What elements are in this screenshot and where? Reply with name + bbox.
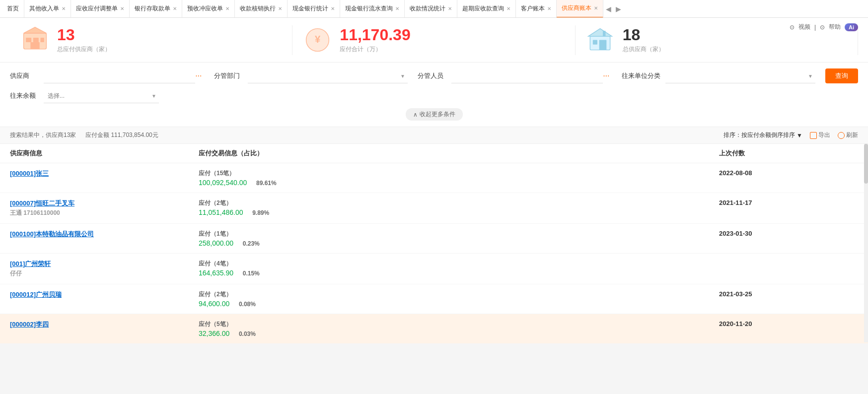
last-pay-date-1: 2022-08-08 [719, 168, 752, 177]
transaction-amount-4[interactable]: 164,635.90 [199, 269, 233, 277]
stat-number-total-supplier: 18 [623, 26, 664, 44]
person-input[interactable] [451, 68, 603, 83]
nav-tab-supplier-account-close[interactable]: ✕ [594, 5, 598, 11]
lastpay-cell-5: 2021-03-25 [719, 290, 858, 298]
nav-tab-payment-exec[interactable]: 收款核销执行 ✕ [235, 0, 288, 18]
table-row[interactable]: [000007]恒旺二手叉车 王通 17106110000 应付（2笔） 11,… [0, 193, 868, 224]
refresh-button[interactable]: 刷新 [838, 131, 858, 139]
nav-tab-ap-adjust[interactable]: 应收应付调整单 ✕ [71, 0, 130, 18]
scrollbar-thumb[interactable] [864, 144, 868, 184]
nav-next-arrow[interactable]: ▶ [613, 0, 623, 18]
nav-prev-arrow[interactable]: ◀ [603, 0, 613, 18]
transaction-cell-5: 应付（2笔） 94,600.00 0.08% [199, 290, 719, 308]
filter-item-balance: 往来余额 ▼ [10, 88, 159, 103]
nav-tab-bank-deposit-close[interactable]: ✕ [173, 6, 177, 11]
category-input[interactable] [665, 68, 816, 83]
nav-tab-advance-collect[interactable]: 预收冲应收单 ✕ [182, 0, 235, 18]
nav-tab-other-income[interactable]: 其他收入单 ✕ [24, 0, 71, 18]
transaction-label-5: 应付（2笔） [199, 290, 719, 299]
video-icon: ⊙ [790, 24, 795, 31]
query-button[interactable]: 查询 [825, 68, 858, 83]
svg-text:¥: ¥ [315, 34, 321, 45]
collapse-button[interactable]: ∧ 收起更多条件 [406, 108, 463, 121]
nav-tab-cash-bank-flow[interactable]: 现金银行流水查询 ✕ [340, 0, 405, 18]
transaction-amount-6[interactable]: 32,366.00 [199, 329, 229, 337]
header-right-actions: ⊙ 视频 | ⊙ 帮助 Ai [790, 23, 858, 31]
filter-item-dept: 分管部门 ▼ [214, 68, 408, 83]
sort-button[interactable]: 排序：按应付余额倒序排序 ▼ [723, 131, 802, 139]
scrollbar[interactable] [864, 144, 868, 342]
nav-tab-collect-stats-close[interactable]: ✕ [448, 6, 452, 11]
nav-tab-advance-collect-label: 预收冲应收单 [187, 4, 223, 13]
nav-tab-cash-bank-stats-label: 现金银行统计 [292, 4, 328, 13]
nav-tab-bank-deposit[interactable]: 银行存取款单 ✕ [130, 0, 182, 18]
nav-tab-cash-bank-stats[interactable]: 现金银行统计 ✕ [288, 0, 340, 18]
filter-label-dept: 分管部门 [214, 71, 244, 80]
nav-tab-cash-bank-flow-close[interactable]: ✕ [395, 6, 399, 11]
col-header-transaction: 应付交易信息（占比） [199, 149, 719, 158]
result-bar-right: 排序：按应付余额倒序排序 ▼ 导出 刷新 [723, 131, 858, 139]
supplier-cell-2: [000007]恒旺二手叉车 王通 17106110000 [10, 199, 199, 217]
supplier-cell-6: [000002]李四 [10, 320, 199, 329]
sort-icon: ▼ [796, 132, 802, 139]
collapse-label: 收起更多条件 [420, 110, 455, 119]
svg-rect-9 [593, 40, 597, 45]
supplier-link-6[interactable]: [000002]李四 [10, 320, 199, 329]
supplier-dots-btn[interactable]: ··· [195, 71, 202, 80]
lastpay-cell-6: 2020-11-20 [719, 320, 858, 328]
nav-tab-customer-account-close[interactable]: ✕ [547, 6, 551, 11]
table-row[interactable]: [000001]张三 应付（15笔） 100,092,540.00 89.61%… [0, 163, 868, 193]
supplier-link-4[interactable]: [001]广州荣轩 [10, 260, 199, 268]
result-summary: 搜索结果中，供应商13家 应付金额 111,703,854.00元 [10, 131, 158, 139]
supplier-link-2[interactable]: [000007]恒旺二手叉车 [10, 199, 199, 208]
svg-marker-5 [23, 27, 46, 33]
transaction-amount-2[interactable]: 11,051,486.00 [199, 208, 243, 216]
nav-tab-collect-stats[interactable]: 收款情况统计 ✕ [405, 0, 457, 18]
last-pay-date-2: 2021-11-17 [719, 198, 752, 206]
table-row[interactable]: [000012]广州贝瑞 应付（2笔） 94,600.00 0.08% 2021… [0, 284, 868, 314]
supplier-link-5[interactable]: [000012]广州贝瑞 [10, 290, 199, 299]
balance-input[interactable] [44, 88, 159, 103]
supplier-link-3[interactable]: [000100]本特勒油品有限公司 [10, 230, 199, 239]
nav-tab-advance-collect-close[interactable]: ✕ [225, 6, 229, 11]
table-row[interactable]: [001]广州荣轩 仔仔 应付（4笔） 164,635.90 0.15% [0, 254, 868, 284]
nav-tab-cash-bank-stats-close[interactable]: ✕ [331, 6, 335, 11]
dept-input[interactable] [248, 68, 408, 83]
filter-dropdown-category: ▼ [665, 68, 816, 83]
transaction-cell-2: 应付（2笔） 11,051,486.00 9.89% [199, 199, 719, 216]
nav-tab-supplier-account[interactable]: 供应商账本 ✕ [557, 0, 603, 18]
export-button[interactable]: 导出 [810, 131, 830, 139]
transaction-amount-1[interactable]: 100,092,540.00 [199, 179, 247, 187]
nav-tab-home[interactable]: 首页 [2, 0, 24, 18]
nav-tab-customer-account[interactable]: 客户账本 ✕ [516, 0, 557, 18]
transaction-percent-4: 0.15% [243, 270, 260, 277]
table-row[interactable]: [000002]李四 应付（5笔） 32,366.00 0.03% 2020-1… [0, 314, 868, 344]
col-header-supplier: 供应商信息 [10, 149, 199, 158]
transaction-percent-3: 0.23% [243, 240, 260, 247]
table-row[interactable]: [000100]本特勒油品有限公司 应付（1笔） 258,000.00 0.23… [0, 224, 868, 254]
person-dots-btn[interactable]: ··· [603, 71, 609, 80]
supplier-input[interactable] [44, 68, 195, 83]
supplier-link-1[interactable]: [000001]张三 [10, 169, 199, 178]
refresh-label: 刷新 [846, 131, 858, 139]
transaction-percent-2: 9.89% [252, 209, 269, 216]
col-header-lastpay: 上次付数 [719, 149, 858, 158]
nav-tab-ap-adjust-close[interactable]: ✕ [120, 6, 124, 11]
nav-tab-overdue-query-close[interactable]: ✕ [506, 6, 510, 11]
nav-tab-other-income-close[interactable]: ✕ [62, 6, 66, 11]
stat-label-supplier-count: 总应付供应商（家） [57, 45, 111, 54]
nav-tab-payment-exec-close[interactable]: ✕ [278, 6, 282, 11]
svg-marker-11 [588, 29, 612, 37]
refresh-icon [838, 132, 845, 139]
transaction-amount-3[interactable]: 258,000.00 [199, 239, 233, 247]
video-label[interactable]: 视频 [798, 23, 810, 31]
ai-badge[interactable]: Ai [845, 23, 858, 31]
transaction-label-2: 应付（2笔） [199, 199, 719, 207]
transaction-cell-4: 应付（4笔） 164,635.90 0.15% [199, 260, 719, 277]
help-label[interactable]: 帮助 [829, 23, 841, 31]
transaction-amount-5[interactable]: 94,600.00 [199, 300, 229, 308]
filter-label-person: 分管人员 [418, 71, 447, 80]
stat-text-supplier-count: 13 总应付供应商（家） [57, 26, 111, 53]
header-stats: 13 总应付供应商（家） ¥ 11,170.39 应付合计（万） [0, 18, 868, 63]
nav-tab-overdue-query[interactable]: 超期应收款查询 ✕ [457, 0, 516, 18]
